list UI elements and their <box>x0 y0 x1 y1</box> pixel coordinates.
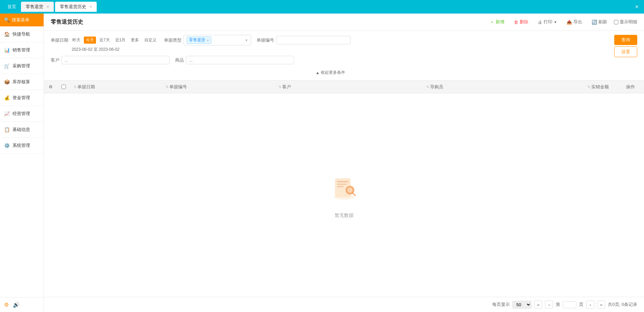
table-setting-icon[interactable]: ⚙ <box>49 84 53 89</box>
print-label: 打印 <box>544 19 552 25</box>
refresh-button[interactable]: 🔄 刷新 <box>589 18 610 26</box>
col-header-guide[interactable]: ⇅ 导购员 <box>422 84 535 90</box>
sidebar-item-system-mgmt-label: 系统管理 <box>13 142 30 149</box>
prev-page-button[interactable]: ‹ <box>545 300 553 309</box>
date-opt-custom[interactable]: 自定义 <box>142 37 159 44</box>
new-button[interactable]: ＋ 新增 <box>487 18 507 26</box>
col-date-label: 单据日期 <box>77 84 95 90</box>
delete-icon: 🗑 <box>514 20 518 25</box>
display-detail-label: 显示明细 <box>620 19 637 25</box>
query-button[interactable]: 查询 <box>614 35 637 45</box>
print-icon: 🖨 <box>538 20 542 25</box>
doctype-dropdown-icon: ▼ <box>244 38 248 42</box>
doctype-select[interactable]: 零售退货 × ▼ <box>184 35 251 45</box>
page-size-label: 每页显示 <box>492 302 510 308</box>
page-header: 零售退货历史 ＋ 新增 🗑 删除 🖨 打印 ▼ 📤 导出 <box>44 14 644 31</box>
page-title: 零售退货历史 <box>51 19 83 26</box>
filter-area: 单据日期 昨天 今天 近7天 近1月 更多 自定义 单据类型 <box>44 31 644 81</box>
refresh-label: 刷新 <box>598 19 607 25</box>
col-header-setting[interactable]: ⚙ <box>44 84 57 89</box>
display-detail-toggle[interactable]: 显示明细 <box>614 19 637 25</box>
display-detail-checkbox[interactable] <box>614 20 618 24</box>
col-guide-label: 导购员 <box>430 84 443 90</box>
date-opt-more[interactable]: 更多 <box>129 37 141 44</box>
page-number-input[interactable]: 1 <box>563 301 576 308</box>
col-header-check[interactable] <box>57 85 70 89</box>
window-close-button[interactable]: × <box>632 3 641 10</box>
col-header-amount[interactable]: ⇅ 实销金额 <box>535 84 617 90</box>
sidebar-item-inventory-label: 库存核算 <box>13 79 30 85</box>
filter-doctype-item: 单据类型 零售退货 × ▼ <box>164 35 251 45</box>
select-all-checkbox[interactable] <box>62 85 66 89</box>
col-header-customer[interactable]: ⇅ 客户 <box>275 84 422 90</box>
first-page-button[interactable]: « <box>534 300 542 309</box>
tab-retail-return[interactable]: 零售退货 × <box>21 2 54 12</box>
sidebar-item-inventory[interactable]: 📦 库存核算 <box>0 74 44 90</box>
goods-input[interactable] <box>186 56 294 64</box>
sidebar-item-sales-mgmt[interactable]: 📊 销售管理 <box>0 42 44 58</box>
sidebar-item-operation-label: 经营管理 <box>13 111 30 117</box>
col-number-label: 单据编号 <box>169 84 187 90</box>
collapse-bar: ▲ 收起更多条件 <box>51 68 610 76</box>
sort-number-icon: ⇅ <box>166 85 168 89</box>
doctype-tag-remove[interactable]: × <box>207 38 209 42</box>
sidebar-item-purchase-mgmt-label: 采购管理 <box>13 63 30 69</box>
date-options: 昨天 今天 近7天 近1月 更多 自定义 <box>70 37 159 44</box>
close-history-tab[interactable]: × <box>90 4 92 9</box>
page-end-word: 页 <box>579 302 583 308</box>
system-mgmt-icon: ⚙️ <box>4 143 10 148</box>
filter-row-wrapper: 单据日期 昨天 今天 近7天 近1月 更多 自定义 单据类型 <box>51 35 637 76</box>
col-amount-label: 实销金额 <box>591 84 609 90</box>
filter-docnumber-item: 单据编号 <box>257 36 351 44</box>
customer-filter-label: 客户 <box>51 57 59 63</box>
page-word: 第 <box>556 302 560 308</box>
collapse-button[interactable]: ▲ 收起更多条件 <box>316 70 345 75</box>
new-icon: ＋ <box>490 19 494 25</box>
inventory-icon: 📦 <box>4 79 10 85</box>
col-header-number[interactable]: ⇅ 单据编号 <box>162 84 275 90</box>
main-layout: 🔍 搜索菜单 🏠 快捷导航 📊 销售管理 🛒 采购管理 📦 库存核算 💰 资金管… <box>0 14 644 312</box>
date-opt-today[interactable]: 今天 <box>84 37 96 44</box>
volume-icon[interactable]: 🔊 <box>13 302 20 308</box>
page-size-select[interactable]: 50 10 20 100 <box>512 301 531 309</box>
table-area: ⚙ ⇅ 单据日期 ⇅ 单据编号 ⇅ 客户 ⇅ <box>44 81 644 297</box>
docnumber-input[interactable] <box>276 36 351 44</box>
sidebar-search[interactable]: 🔍 搜索菜单 <box>0 14 44 26</box>
collapse-up-icon: ▲ <box>316 70 320 75</box>
last-page-button[interactable]: » <box>597 300 605 309</box>
col-header-date[interactable]: ⇅ 单据日期 <box>70 84 162 90</box>
print-button[interactable]: 🖨 打印 ▼ <box>535 18 560 26</box>
filter-goods-item: 商品 <box>175 56 294 64</box>
sidebar-item-quick-nav[interactable]: 🏠 快捷导航 <box>0 26 44 42</box>
pagination: 每页显示 50 10 20 100 « ‹ 第 1 页 › » 共0页, 0条记… <box>44 297 644 312</box>
settings-gear-icon[interactable]: ⚙ <box>4 302 9 308</box>
sidebar-search-label: 搜索菜单 <box>12 17 29 23</box>
export-button[interactable]: 📤 导出 <box>564 18 585 26</box>
tab-retail-return-history[interactable]: 零售退货历史 × <box>55 2 97 12</box>
sidebar-item-purchase-mgmt[interactable]: 🛒 采购管理 <box>0 58 44 74</box>
sort-customer-icon: ⇅ <box>279 85 281 89</box>
purchase-mgmt-icon: 🛒 <box>4 63 10 69</box>
delete-button[interactable]: 🗑 删除 <box>511 18 531 26</box>
customer-input[interactable] <box>62 56 170 64</box>
total-info: 共0页, 0条记录 <box>608 302 637 308</box>
close-retail-return-tab[interactable]: × <box>47 4 49 9</box>
col-header-op: 操作 <box>617 84 644 90</box>
date-range-row: 2023-06-02 至 2023-06-02 <box>51 47 610 52</box>
sidebar-item-quick-nav-label: 快捷导航 <box>13 31 30 37</box>
date-opt-7days[interactable]: 近7天 <box>97 37 112 44</box>
sidebar-item-finance[interactable]: 💰 资金管理 <box>0 90 44 106</box>
date-opt-yesterday[interactable]: 昨天 <box>70 37 82 44</box>
next-page-button[interactable]: › <box>586 300 594 309</box>
finance-icon: 💰 <box>4 95 10 101</box>
goods-filter-label: 商品 <box>175 57 184 63</box>
sidebar-item-operation[interactable]: 📈 经营管理 <box>0 106 44 122</box>
sidebar-item-basic-info[interactable]: 📋 基础信息 <box>0 122 44 138</box>
toolbar: ＋ 新增 🗑 删除 🖨 打印 ▼ 📤 导出 🔄 <box>487 18 637 26</box>
sidebar-item-system-mgmt[interactable]: ⚙️ 系统管理 <box>0 138 44 154</box>
sort-guide-icon: ⇅ <box>426 85 429 89</box>
date-opt-1month[interactable]: 近1月 <box>113 37 128 44</box>
setting-button[interactable]: 设置 <box>614 46 637 57</box>
svg-rect-3 <box>337 184 347 185</box>
tab-home[interactable]: 首页 <box>3 2 21 12</box>
